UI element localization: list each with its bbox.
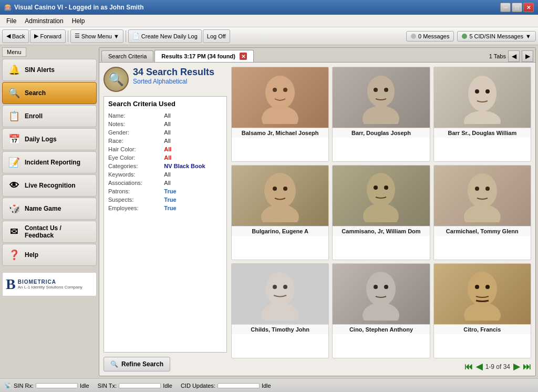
tab-prev-button[interactable]: ◀ [508, 50, 520, 62]
person-card-4[interactable]: Cammisano, Jr, William Dom [332, 165, 430, 260]
svg-point-24 [266, 272, 294, 306]
criteria-label-suspects: Suspects: [105, 196, 160, 203]
person-name-3: Bulgarino, Eugene A [232, 226, 328, 236]
tab-next-button[interactable]: ▶ [522, 50, 533, 62]
forward-button[interactable]: ▶ Forward [30, 29, 65, 43]
tab-close-button[interactable]: ✕ [240, 53, 247, 60]
separator-2 [126, 30, 126, 42]
criteria-label-eye: Eye Color: [105, 154, 160, 161]
last-page-button[interactable]: ⏭ [523, 362, 531, 372]
refine-icon: 🔍 [110, 360, 118, 368]
search-magnifier-icon: 🔍 [104, 67, 129, 92]
sidebar-item-daily-logs[interactable]: 📅 Daily Logs [2, 128, 97, 150]
sidebar-item-name-game[interactable]: 🎲 Name Game [2, 198, 97, 220]
sidebar-tab-label: Menu [2, 47, 26, 57]
person-face-svg-7 [360, 268, 402, 321]
status-sin-rx: 📡 SIN Rx: Idle [4, 382, 89, 389]
svg-point-9 [464, 111, 501, 124]
create-log-button[interactable]: 📄 Create New Daily Log [128, 29, 202, 43]
person-card-2[interactable]: Barr Sr., Douglas William [433, 67, 531, 162]
criteria-label-gender: Gender: [105, 129, 160, 136]
results-sort: Sorted Alphabetical [133, 78, 214, 85]
biometrica-logo: B BIOMETRICA An L-1 Identity Solutions C… [2, 272, 97, 296]
menu-administration[interactable]: Adminstration [20, 16, 67, 26]
person-card-3[interactable]: Bulgarino, Eugene A [231, 165, 329, 260]
person-photo-2 [434, 67, 531, 128]
criteria-value-employees: True [161, 204, 225, 212]
criteria-table: Name: All Notes: All Gender: All Race: [104, 111, 226, 213]
sidebar-item-incident-reporting[interactable]: 📝 Incident Reporting [2, 151, 97, 173]
criteria-value-suspects: True [161, 196, 225, 203]
person-name-1: Barr, Douglas Joseph [333, 128, 429, 138]
person-card-5[interactable]: Carmichael, Tommy Glenn [433, 165, 531, 260]
first-page-button[interactable]: ⏮ [464, 362, 473, 372]
title-bar: 🎰 Visual Casino VI - Logged in as John S… [0, 0, 538, 15]
svg-point-16 [367, 173, 395, 207]
svg-point-14 [273, 187, 277, 191]
person-card-6[interactable]: Childs, Timothy John [231, 263, 329, 358]
refine-search-button[interactable]: 🔍 Refine Search [104, 357, 170, 372]
menu-file[interactable]: File [2, 16, 20, 26]
prev-page-button[interactable]: ◀ [476, 362, 482, 372]
svg-point-23 [485, 187, 490, 191]
person-card-7[interactable]: Cino, Stephen Anthony [332, 263, 430, 358]
sidebar-item-sin-alerts[interactable]: 🔔 SIN Alerts [2, 59, 97, 81]
person-photo-5 [434, 166, 531, 226]
svg-point-10 [475, 89, 479, 94]
sidebar-item-contact-us[interactable]: ✉ Contact Us / Feedback [2, 221, 97, 243]
person-card-0[interactable]: Balsamo Jr, Michael Joseph [231, 67, 329, 162]
minimize-button[interactable]: ─ [500, 3, 511, 12]
sidebar-item-search[interactable]: 🔍 Search [2, 82, 97, 104]
sidebar-item-enroll[interactable]: 📋 Enroll [2, 105, 97, 127]
tabs-header: Search Criteria Results 3:17 PM (34 foun… [99, 48, 535, 63]
svg-point-2 [273, 88, 277, 92]
svg-point-20 [468, 173, 497, 208]
criteria-value-patrons: True [161, 188, 225, 195]
person-card-8[interactable]: Citro, Francis [433, 263, 531, 358]
cid-progress [218, 383, 260, 388]
menu-help[interactable]: Help [68, 16, 89, 26]
close-button[interactable]: ✕ [523, 3, 534, 12]
person-photo-1 [333, 67, 429, 128]
person-card-1[interactable]: Barr, Douglas Joseph [332, 67, 430, 162]
tabs-count: 1 Tabs [489, 53, 506, 59]
sin-rx-icon: 📡 [4, 382, 12, 389]
svg-point-7 [384, 88, 388, 92]
message-dot [411, 34, 416, 39]
logoff-button[interactable]: Log Off [203, 29, 230, 43]
criteria-row-notes: Notes: All [105, 120, 225, 128]
person-photo-7 [333, 264, 429, 324]
back-button[interactable]: ◀ Back [2, 29, 29, 43]
maximize-button[interactable]: □ [512, 3, 522, 12]
dropdown-icon: ▼ [113, 33, 119, 39]
cid-dropdown-icon: ▼ [525, 33, 531, 39]
cid-messages-button[interactable]: 5 CID/SIN Messages ▼ [457, 31, 536, 42]
search-header: 🔍 34 Search Results Sorted Alphabetical [104, 67, 227, 92]
show-menu-button[interactable]: ☰ Show Menu ▼ [70, 29, 123, 43]
messages-button[interactable]: 0 Messages [406, 31, 454, 42]
search-icon: 🔍 [7, 86, 22, 100]
svg-point-17 [363, 203, 399, 222]
criteria-label-associations: Associations: [105, 179, 160, 187]
tab-results[interactable]: Results 3:17 PM (34 found) ✕ [154, 50, 254, 62]
forward-icon: ▶ [34, 33, 38, 39]
svg-point-35 [485, 285, 490, 289]
sidebar-item-help[interactable]: ❓ Help [2, 244, 97, 266]
criteria-value-race: All [161, 137, 225, 145]
status-sin-tx: SIN Tx: Idle [98, 383, 172, 389]
criteria-label-name: Name: [105, 112, 160, 119]
sidebar-item-live-recognition[interactable]: 👁 Live Recognition [2, 174, 97, 197]
page-info: 1-9 of 34 [485, 363, 510, 370]
svg-point-31 [384, 285, 388, 289]
svg-point-5 [363, 106, 399, 124]
person-name-4: Cammisano, Jr, William Dom [333, 226, 429, 236]
criteria-row-hair: Hair Color: All [105, 146, 225, 153]
results-grid: Balsamo Jr, Michael Joseph [231, 67, 531, 358]
person-name-6: Childs, Timothy John [232, 324, 328, 334]
tab-search-criteria[interactable]: Search Criteria [101, 50, 153, 61]
content-area: Search Criteria Results 3:17 PM (34 foun… [99, 47, 536, 376]
sin-alerts-icon: 🔔 [7, 63, 22, 77]
sidebar-label-live: Live Recognition [25, 182, 76, 189]
next-page-button[interactable]: ▶ [513, 362, 520, 372]
person-photo-8 [434, 264, 531, 324]
